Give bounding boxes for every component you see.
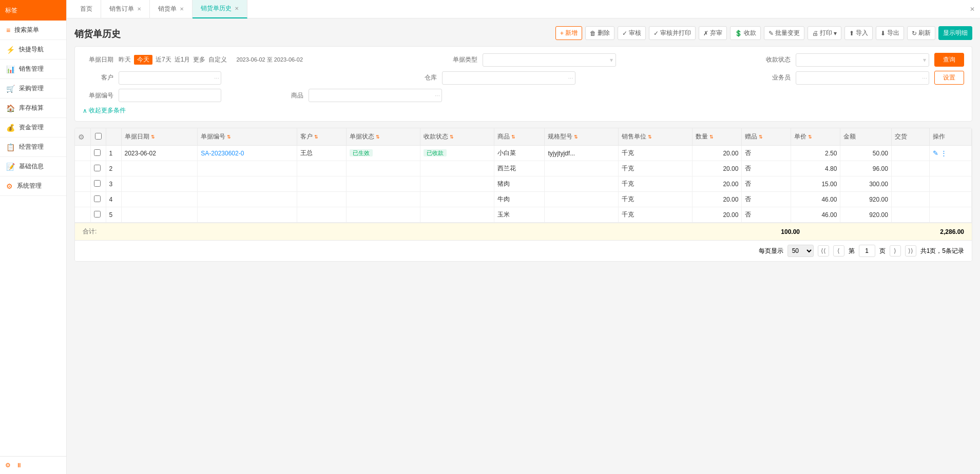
sales-icon: 📊 (6, 65, 15, 73)
date-shortcut-1month[interactable]: 近1月 (175, 55, 190, 64)
batch-change-button[interactable]: ✎ 批量变更 (764, 26, 804, 40)
th-doc-status[interactable]: 单据状态 ⇅ (347, 128, 420, 146)
row-checkbox[interactable] (94, 211, 101, 218)
doc-no-input[interactable] (119, 89, 221, 102)
prev-page-button[interactable]: ⟨ (833, 245, 844, 256)
edit-icon[interactable]: ✎ (933, 149, 938, 157)
page-input[interactable] (859, 245, 875, 257)
table-cell: 千克 (619, 192, 693, 207)
customer-input[interactable] (119, 71, 221, 85)
per-page-select[interactable]: 50 100 200 (787, 245, 814, 257)
th-customer[interactable]: 客户 ⇅ (297, 128, 347, 146)
table-cell (297, 192, 347, 207)
print-button[interactable]: 🖨 打印 ▾ (808, 26, 841, 40)
delete-label: 删除 (598, 29, 610, 37)
new-icon: + (560, 30, 564, 37)
abandon-button[interactable]: ✗ 弃审 (699, 26, 727, 40)
date-shortcut-yesterday[interactable]: 昨天 (119, 55, 131, 64)
row-checkbox[interactable] (94, 195, 101, 202)
th-doc-no[interactable]: 单据编号 ⇅ (198, 128, 297, 146)
last-page-button[interactable]: ⟩⟩ (905, 245, 916, 256)
date-shortcut-custom[interactable]: 自定义 (208, 55, 227, 64)
th-qty[interactable]: 数量 ⇅ (693, 128, 742, 146)
th-doc-status-sort-icon: ⇅ (376, 134, 380, 140)
goods-dots[interactable]: ··· (435, 92, 440, 99)
table-cell (198, 192, 297, 207)
sidebar-item-search-menu[interactable]: ≡ 搜索菜单 (0, 21, 66, 40)
th-doc-date[interactable]: 单据日期 ⇅ (121, 128, 198, 146)
import-button[interactable]: ⬆ 导入 (844, 26, 873, 40)
export-button[interactable]: ⬇ 导出 (876, 26, 904, 40)
th-action-label: 操作 (933, 133, 945, 140)
tab-sales-order[interactable]: 销售订单 ✕ (101, 0, 150, 18)
customer-dots[interactable]: ··· (214, 74, 219, 82)
query-button[interactable]: 查询 (934, 53, 964, 67)
table-cell (121, 192, 198, 207)
tab-sales-delivery-close[interactable]: ✕ (180, 6, 184, 12)
th-doc-no-label: 单据编号 (201, 132, 225, 141)
type-input[interactable] (483, 53, 616, 67)
collapse-button[interactable]: ∧ 收起更多条件 (83, 106, 964, 115)
audit-print-button[interactable]: ✓ 审核并打印 (649, 26, 696, 40)
th-gift[interactable]: 赠品 ⇅ (742, 128, 791, 146)
show-detail-button[interactable]: 显示明细 (938, 26, 972, 40)
th-doc-date-sort-icon: ⇅ (151, 134, 155, 140)
table-cell: 46.00 (791, 192, 840, 207)
tab-home[interactable]: 首页 (72, 0, 101, 18)
sidebar-item-basic-info[interactable]: 📝 基础信息 (0, 157, 66, 176)
staff-label: 业务员 (760, 73, 791, 82)
status-dropdown-icon[interactable]: ▾ (923, 56, 926, 64)
column-settings-icon[interactable]: ⚙ (78, 133, 85, 141)
row-checkbox[interactable] (94, 165, 101, 171)
collect-button[interactable]: 💲 收款 (730, 26, 761, 40)
delete-button[interactable]: 🗑 删除 (585, 26, 614, 40)
status-input[interactable] (796, 53, 929, 67)
new-button[interactable]: + 新增 (555, 26, 582, 40)
date-shortcut-today[interactable]: 今天 (134, 55, 152, 65)
goods-input[interactable] (309, 89, 442, 102)
next-page-button[interactable]: ⟩ (890, 245, 901, 256)
set-button[interactable]: 设置 (934, 71, 964, 85)
th-unit[interactable]: 销售单位 ⇅ (619, 128, 693, 146)
window-close-icon[interactable]: ✕ (970, 6, 975, 13)
tab-sales-order-close[interactable]: ✕ (137, 6, 141, 12)
sidebar-item-quick-nav[interactable]: ⚡ 快捷导航 (0, 40, 66, 60)
audit-print-icon: ✓ (654, 30, 659, 37)
staff-input[interactable] (796, 71, 929, 85)
sidebar-bottom-icon2[interactable]: ⏸ (16, 462, 22, 469)
refresh-button[interactable]: ↻ 刷新 (907, 26, 935, 40)
sidebar-item-finance-mgmt[interactable]: 💰 资金管理 (0, 118, 66, 137)
delete-icon: 🗑 (590, 30, 596, 37)
th-goods[interactable]: 商品 ⇅ (494, 128, 545, 146)
sidebar-item-ops-mgmt[interactable]: 📋 经营管理 (0, 137, 66, 157)
type-dropdown-icon[interactable]: ▾ (610, 56, 613, 64)
sidebar-item-purchase-mgmt[interactable]: 🛒 采购管理 (0, 79, 66, 98)
more-icon[interactable]: ⋮ (940, 149, 947, 157)
table-cell (198, 207, 297, 223)
table-cell (929, 176, 971, 192)
th-price[interactable]: 单价 ⇅ (791, 128, 840, 146)
sidebar-item-sales-mgmt[interactable]: 📊 销售管理 (0, 60, 66, 79)
tab-sales-history[interactable]: 销货单历史 ✕ (193, 0, 247, 18)
staff-dots[interactable]: ··· (922, 74, 927, 82)
sidebar-item-inventory[interactable]: 🏠 库存核算 (0, 98, 66, 118)
row-checkbox[interactable] (94, 149, 101, 156)
warehouse-dots[interactable]: ··· (568, 74, 573, 82)
sidebar-bottom-icon1[interactable]: ⚙ (5, 462, 11, 469)
sidebar-item-system-mgmt[interactable]: ⚙ 系统管理 (0, 176, 66, 196)
filter-row-1: 单据日期 昨天 今天 近7天 近1月 更多 自定义 2023-06-02 至 2… (83, 53, 964, 67)
warehouse-input[interactable] (442, 71, 575, 85)
table-cell (420, 161, 494, 176)
th-spec[interactable]: 规格型号 ⇅ (545, 128, 619, 146)
audit-button[interactable]: ✓ 审核 (618, 26, 646, 40)
date-shortcut-more[interactable]: 更多 (193, 55, 205, 64)
first-page-button[interactable]: ⟨⟨ (818, 245, 829, 256)
date-shortcut-7days[interactable]: 近7天 (156, 55, 171, 64)
row-checkbox[interactable] (94, 180, 101, 187)
table-cell: ✎⋮ (929, 146, 971, 161)
doc-no-link[interactable]: SA-20230602-0 (201, 150, 244, 157)
tab-sales-history-close[interactable]: ✕ (235, 6, 239, 11)
th-pay-status[interactable]: 收款状态 ⇅ (420, 128, 494, 146)
select-all-checkbox[interactable] (95, 133, 102, 140)
tab-sales-delivery[interactable]: 销货单 ✕ (150, 0, 193, 18)
